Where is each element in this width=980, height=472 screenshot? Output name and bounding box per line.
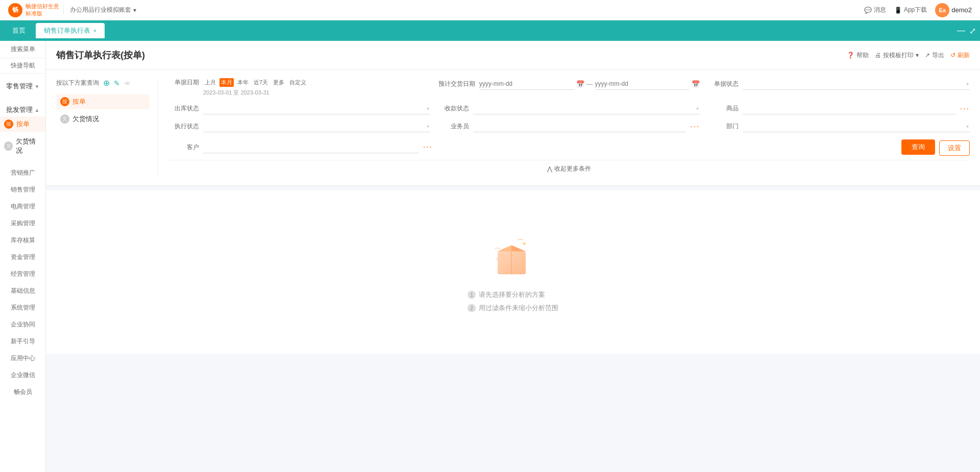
goods-more-btn[interactable]: ··· bbox=[960, 104, 970, 113]
content-area: 销售订单执行表(按单) ❓ 帮助 🖨 按模板打印 ▾ ↗ 导出 ↺ 刷新 bbox=[46, 41, 980, 472]
date-btn-custom[interactable]: 自定义 bbox=[288, 78, 308, 87]
dept-label: 部门 bbox=[708, 122, 739, 131]
date-btn-more[interactable]: 更多 bbox=[272, 78, 286, 87]
settings-button[interactable]: 设置 bbox=[939, 140, 970, 156]
tab-maximize-btn[interactable]: ⤢ bbox=[969, 26, 976, 36]
doc-status-select[interactable] bbox=[743, 78, 970, 90]
scheme-按单-icon: 按 bbox=[60, 97, 69, 106]
collapse-btn[interactable]: ⋀ 收起更多条件 bbox=[547, 164, 591, 173]
tab-sales-exec[interactable]: 销售订单执行表 × bbox=[36, 23, 105, 38]
expected-date-start[interactable] bbox=[479, 78, 574, 90]
expected-date-end-icon[interactable]: 📅 bbox=[692, 80, 700, 88]
sidebar-quick-nav[interactable]: 快捷导航 bbox=[0, 58, 45, 74]
salesperson-more-btn[interactable]: ··· bbox=[690, 122, 700, 131]
collect-status-field: 收款状态 ▾ bbox=[438, 103, 700, 114]
sidebar-item-ecommerce[interactable]: 电商管理 bbox=[0, 198, 45, 215]
goods-input[interactable] bbox=[743, 103, 955, 114]
sidebar-group-wholesale[interactable]: 批发管理 ▲ bbox=[0, 101, 45, 116]
sidebar-item-marketing[interactable]: 营销推广 bbox=[0, 164, 45, 181]
scheme-title: 按以下方案查询 ⊕ ✎ ≪ bbox=[56, 78, 150, 88]
date-btn-lastmonth[interactable]: 上月 bbox=[203, 78, 217, 87]
export-btn[interactable]: ↗ 导出 bbox=[925, 51, 944, 60]
sidebar-group-retail[interactable]: 零售管理 ▼ bbox=[0, 78, 45, 93]
tab-bar-right: — ⤢ bbox=[957, 26, 976, 36]
username-label: demo2 bbox=[951, 6, 972, 14]
date-btn-thismonth[interactable]: 本月 bbox=[219, 78, 234, 87]
sidebar-item-inventory[interactable]: 库存核算 bbox=[0, 232, 45, 249]
out-status-field: 出库状态 ▾ bbox=[168, 103, 430, 114]
expected-date-range: 📅 — 📅 bbox=[479, 78, 700, 90]
message-icon: 💬 bbox=[864, 7, 872, 14]
exec-status-select[interactable] bbox=[203, 121, 430, 132]
欠货-icon: 欠 bbox=[4, 141, 13, 151]
sidebar-section-retail: 零售管理 ▼ bbox=[0, 74, 45, 97]
sidebar-item-apps[interactable]: 应用中心 bbox=[0, 350, 45, 367]
user-area[interactable]: Ea demo2 bbox=[935, 3, 972, 17]
tab-close-icon[interactable]: × bbox=[93, 28, 96, 34]
expected-date-start-icon[interactable]: 📅 bbox=[576, 80, 584, 88]
date-range-display: 2023-03-01 至 2023-03-31 bbox=[203, 89, 270, 97]
print-icon: 🖨 bbox=[875, 52, 881, 59]
sidebar-item-欠货[interactable]: 欠 欠货情况 bbox=[0, 134, 45, 158]
doc-status-select-wrap: ▾ bbox=[743, 78, 970, 90]
sidebar-item-system[interactable]: 系统管理 bbox=[0, 299, 45, 316]
logo-area: 畅 畅捷信好生意 标准版 bbox=[8, 3, 59, 17]
salesperson-label: 业务员 bbox=[438, 122, 469, 131]
sidebar-item-按单[interactable]: 按 按单 bbox=[0, 116, 45, 132]
collapse-up-icon: ⋀ bbox=[547, 166, 552, 173]
expected-date-end[interactable] bbox=[595, 78, 690, 90]
customer-more-btn[interactable]: ··· bbox=[423, 143, 433, 152]
refresh-btn[interactable]: ↺ 刷新 bbox=[950, 51, 970, 60]
collect-status-label: 收款状态 bbox=[438, 104, 469, 113]
scheme-item-按单[interactable]: 按 按单 bbox=[56, 94, 150, 109]
doc-status-label: 单据状态 bbox=[708, 80, 739, 88]
sidebar-item-basics[interactable]: 基础信息 bbox=[0, 282, 45, 299]
sidebar-item-finance[interactable]: 资金管理 bbox=[0, 249, 45, 266]
collapse-scheme-icon[interactable]: ≪ bbox=[124, 80, 131, 87]
sidebar-item-sales[interactable]: 销售管理 bbox=[0, 181, 45, 198]
scheme-欠货-icon: 欠 bbox=[60, 114, 69, 124]
print-btn[interactable]: 🖨 按模板打印 ▾ bbox=[875, 51, 919, 60]
add-scheme-icon[interactable]: ⊕ bbox=[103, 78, 110, 88]
empty-tip-2: 2 用过滤条件来缩小分析范围 bbox=[468, 303, 558, 313]
download-icon: 📱 bbox=[894, 7, 902, 14]
edit-scheme-icon[interactable]: ✎ bbox=[114, 79, 120, 87]
exec-status-field: 执行状态 ▾ bbox=[168, 121, 430, 132]
out-status-label: 出库状态 bbox=[168, 104, 199, 113]
query-button[interactable]: 查询 bbox=[901, 139, 935, 155]
sidebar-item-collab[interactable]: 企业协同 bbox=[0, 316, 45, 333]
collect-status-select[interactable] bbox=[473, 103, 700, 114]
date-btn-7days[interactable]: 近7天 bbox=[252, 78, 270, 87]
wholesale-collapse-icon: ▲ bbox=[35, 107, 40, 113]
help-btn[interactable]: ❓ 帮助 bbox=[847, 51, 869, 60]
date-btn-thisyear[interactable]: 本年 bbox=[236, 78, 250, 87]
main-layout: 搜索菜单 快捷导航 零售管理 ▼ 批发管理 ▲ 按 按单 欠 欠货情况 营销推广… bbox=[0, 41, 980, 472]
out-status-select[interactable] bbox=[203, 103, 430, 114]
tab-home[interactable]: 首页 bbox=[4, 23, 34, 38]
sidebar-item-operations[interactable]: 经营管理 bbox=[0, 266, 45, 282]
goods-field: 商品 ··· bbox=[708, 103, 970, 114]
page-actions: ❓ 帮助 🖨 按模板打印 ▾ ↗ 导出 ↺ 刷新 bbox=[847, 51, 970, 68]
tab-minimize-btn[interactable]: — bbox=[957, 26, 965, 35]
sidebar-item-purchase[interactable]: 采购管理 bbox=[0, 215, 45, 232]
tip-num-2: 2 bbox=[468, 304, 476, 312]
chevron-down-icon: ▾ bbox=[133, 7, 136, 14]
app-download-action[interactable]: 📱 App下载 bbox=[894, 6, 927, 14]
scheme-item-欠货[interactable]: 欠 欠货情况 bbox=[56, 111, 150, 127]
date-shortcuts: 上月 本月 本年 近7天 更多 自定义 bbox=[203, 78, 308, 87]
top-bar: 畅 畅捷信好生意 标准版 办公用品行业模拟账套 ▾ 💬 消息 📱 App下载 E… bbox=[0, 0, 980, 20]
message-action[interactable]: 💬 消息 bbox=[864, 6, 886, 14]
customer-input[interactable] bbox=[203, 141, 419, 153]
app-selector[interactable]: 办公用品行业模拟账套 ▾ bbox=[63, 6, 136, 14]
sidebar-item-newbie[interactable]: 新手引导 bbox=[0, 333, 45, 350]
doc-status-field: 单据状态 ▾ bbox=[708, 78, 970, 90]
salesperson-input[interactable] bbox=[473, 121, 686, 132]
dept-select-wrap: ▾ bbox=[743, 121, 970, 132]
top-bar-left: 畅 畅捷信好生意 标准版 办公用品行业模拟账套 ▾ bbox=[8, 3, 136, 17]
tip-num-1: 1 bbox=[468, 291, 476, 299]
sidebar-item-wechat[interactable]: 企业微信 bbox=[0, 367, 45, 384]
avatar: Ea bbox=[935, 3, 949, 17]
dept-select[interactable] bbox=[743, 121, 970, 132]
sidebar-item-member[interactable]: 畅会员 bbox=[0, 384, 45, 400]
sidebar-search[interactable]: 搜索菜单 bbox=[0, 41, 45, 58]
